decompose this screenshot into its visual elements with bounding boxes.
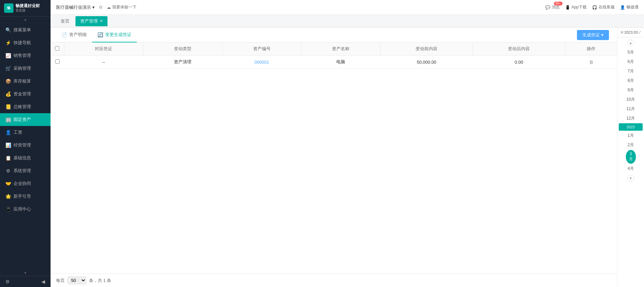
logo-main-text: 畅捷通好业财 [16,3,40,8]
app-download-label: App下载 [572,4,587,10]
sidebar-item-operations[interactable]: 📊经营管理 [0,139,51,152]
company-name: 医疗器械行业演示 [56,4,91,10]
sub-tab-asset-detail[interactable]: 📄资产明细 [56,28,92,42]
app-download-button[interactable]: 📱 App下载 [565,4,587,10]
user-avatar[interactable]: 👤 畅捷通 [620,4,639,10]
nav-label-enterprise: 企业协同 [13,181,31,187]
col-header-operation: 操作 [565,42,617,56]
sidebar-item-sales[interactable]: 📈销售管理 [0,49,51,62]
settings-icon[interactable]: ⚙ [5,279,10,284]
calendar-month-10月[interactable]: 10月 [619,95,643,104]
logo-icon: 畅 [4,3,13,13]
table-header: 对应凭证变动类型资产编号资产名称变动前内容变动后内容操作 [51,42,617,56]
calendar-nav-up[interactable]: ▲ [617,38,644,47]
sidebar-item-payroll[interactable]: 👤工资 [0,126,51,139]
sidebar-item-basic-info[interactable]: 📋基础信息 [0,152,51,164]
nav-label-quick-nav: 快捷导航 [13,40,31,46]
sub-tab-change-voucher[interactable]: 🔄变更生成凭证 [92,28,137,42]
nav-icon-purchase: 🛒 [5,66,11,71]
calendar-expand-icon[interactable]: ⤢ [638,30,641,35]
nav-label-fixed-assets: 固定资产 [13,117,31,123]
row-checkbox-cell [51,56,64,69]
tabs-bar: 首页资产管理✕ [51,15,644,28]
sidebar-item-funds[interactable]: 💰资金管理 [0,88,51,100]
col-header-before-change: 变动前内容 [380,42,473,56]
sidebar-item-purchase[interactable]: 🛒采购管理 [0,62,51,75]
collapse-icon[interactable]: ◀ [41,279,45,284]
calendar-month-3月[interactable]: 3月 [626,150,636,164]
nav-icon-funds: 💰 [5,91,11,97]
sidebar-logo: 畅 畅捷通好业财 普及版 [0,0,51,17]
sidebar-item-ledger[interactable]: 📒总账管理 [0,100,51,113]
sidebar-item-app-center[interactable]: 📱应用中心 [0,203,51,216]
feedback-icon: ☁ [107,5,111,10]
calendar-month-7月[interactable]: 7月 [619,67,643,76]
row-asset-no-0: 000001 [222,56,301,69]
calendar-nav-down[interactable]: ▼ [617,173,644,183]
sidebar-item-search[interactable]: 🔍搜索菜单 [0,24,51,36]
topbar: 医疗器械行业演示 ▾ ⚙ ☁ 我要体验一下 💬 消息 99+ 📱 App下载 🎧… [51,0,644,15]
calendar-up-btn[interactable]: ▲ [627,39,634,46]
sidebar-item-quick-nav[interactable]: ⚡快捷导航 [0,36,51,49]
calendar-month-12月[interactable]: 12月 [619,114,643,123]
topbar-right: 💬 消息 99+ 📱 App下载 🎧 在线客服 👤 畅捷通 [545,4,639,10]
calendar-down-btn[interactable]: ▼ [627,175,634,182]
tab-home[interactable]: 首页 [56,16,74,26]
sidebar-nav: 🔍搜索菜单⚡快捷导航📈销售管理🛒采购管理📦库存核算💰资金管理📒总账管理🏢固定资产… [0,22,51,270]
total-count-label: 条，共 1 条 [89,278,111,284]
calendar-month-5月[interactable]: 5月 [619,48,643,57]
calendar-month-8月[interactable]: 8月 [619,76,643,85]
calendar-year-badge[interactable]: 2023 [619,123,643,131]
col-header-asset-name: 资产名称 [301,42,380,56]
col-header-voucher: 对应凭证 [64,42,143,56]
sidebar-item-enterprise[interactable]: 🤝企业协同 [0,177,51,190]
sidebar-item-guide[interactable]: 🌟新手引导 [0,190,51,203]
main-content: 医疗器械行业演示 ▾ ⚙ ☁ 我要体验一下 💬 消息 99+ 📱 App下载 🎧… [51,0,644,287]
settings-gear-icon[interactable]: ⚙ [99,5,103,10]
select-all-checkbox[interactable] [55,46,59,51]
nav-icon-app-center: 📱 [5,206,11,212]
row-voucher-0: -- [64,56,143,69]
nav-icon-ledger: 📒 [5,104,11,109]
tab-label-home: 首页 [61,19,69,24]
sidebar-item-system[interactable]: ⚙系统管理 [0,164,51,177]
nav-icon-search: 🔍 [5,27,11,33]
scroll-up[interactable]: ▲ [0,17,51,22]
scroll-down[interactable]: ▼ [0,270,51,276]
row-checkbox-0[interactable] [55,59,60,64]
tab-asset-management[interactable]: 资产管理✕ [75,16,108,26]
table-row: -- 资产清理 000001 电脑 50,000.00 0.00 🗑 [51,56,617,69]
sidebar-item-inventory[interactable]: 📦库存核算 [0,75,51,88]
nav-label-sales: 销售管理 [13,53,31,59]
sidebar-item-fixed-assets[interactable]: 🏢固定资产 [0,113,51,126]
messages-button[interactable]: 💬 消息 99+ [545,4,560,10]
calendar-month-1月[interactable]: 1月 [619,131,643,140]
logo-sub-text: 普及版 [16,8,40,13]
nav-icon-system: ⚙ [5,168,11,173]
sub-tab-icon-asset-detail: 📄 [61,32,67,37]
row-change-type-0: 资产清理 [143,56,222,69]
feedback-button[interactable]: ☁ 我要体验一下 [107,4,136,10]
nav-icon-guide: 🌟 [5,194,11,199]
generate-voucher-label: 生成凭证 [582,32,600,38]
calendar-month-9月[interactable]: 9月 [619,86,643,95]
nav-label-basic-info: 基础信息 [13,155,31,161]
customer-service-label: 在线客服 [599,4,615,10]
calendar-month-4月[interactable]: 4月 [619,164,643,173]
customer-service-button[interactable]: 🎧 在线客服 [592,4,615,10]
calendar-month-6月[interactable]: 6月 [619,57,643,66]
calendar-close-icon[interactable]: ✕ [620,30,624,35]
generate-voucher-button[interactable]: 生成凭证 ▾ [577,30,609,40]
feedback-label: 我要体验一下 [112,4,136,10]
delete-icon-0[interactable]: 🗑 [589,60,593,65]
nav-label-operations: 经营管理 [13,142,31,148]
company-selector[interactable]: 医疗器械行业演示 ▾ [56,4,95,10]
row-after-change-0: 0.00 [473,56,565,69]
calendar-month-11月[interactable]: 11月 [619,104,643,114]
calendar-month-2月[interactable]: 2月 [619,140,643,150]
nav-label-purchase: 采购管理 [13,65,31,71]
tab-close-asset-management[interactable]: ✕ [100,19,103,23]
per-page-select[interactable]: 102050100 [67,277,86,284]
calendar-items: ▲5月6月7月8月9月10月11月12月20231月2月3月4月▼ [617,37,644,287]
calendar-header: ✕ 2023.03 ⤢ [617,28,644,37]
